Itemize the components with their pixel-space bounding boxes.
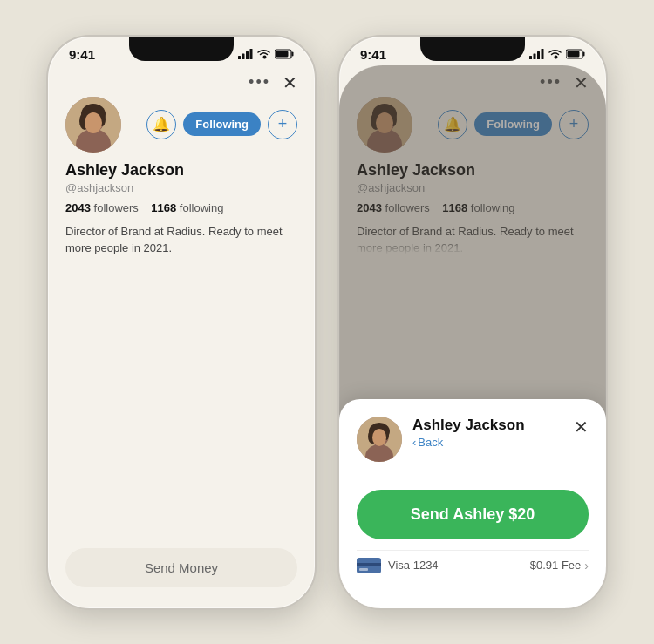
top-controls-left: ••• ✕ [48,65,315,97]
svg-rect-1 [242,54,245,60]
bell-icon-right: 🔔 [444,116,461,132]
card-icon [357,558,381,573]
send-money-button-left[interactable]: Send Money [65,548,297,587]
profile-bio-left: Director of Brand at Radius. Ready to me… [65,223,297,257]
notch-left [129,37,234,61]
profile-area-right: ••• ✕ 🔔 [339,65,606,608]
svg-rect-20 [568,51,580,58]
add-button-left[interactable]: + [268,110,297,139]
chevron-right-icon: › [584,559,589,573]
sheet-close-button[interactable]: ✕ [574,417,589,437]
bell-button-left[interactable]: 🔔 [146,110,176,139]
battery-icon [275,49,294,59]
add-icon-right: + [569,115,579,133]
svg-rect-17 [542,49,544,59]
following-button-right[interactable]: Following [474,112,552,136]
scene: 9:41 [29,17,625,627]
svg-rect-6 [276,51,289,58]
svg-rect-14 [529,56,532,59]
profile-handle-right: @ashjackson [357,181,589,194]
payment-detail-row[interactable]: Visa 1234 $0.91 Fee › [357,550,589,580]
more-options-right[interactable]: ••• [540,73,562,92]
back-button[interactable]: ‹ Back [412,436,574,449]
avatar-left [65,97,121,153]
profile-info-right: Ashley Jackson @ashjackson 2043 follower… [339,161,606,254]
status-icons-left [238,49,294,59]
svg-rect-36 [357,563,381,566]
add-icon-left: + [278,115,288,133]
svg-rect-16 [537,51,540,59]
time-right: 9:41 [360,47,386,62]
sheet-name: Ashley Jackson [412,417,574,434]
status-icons-right [529,49,585,59]
top-controls-right: ••• ✕ [339,65,606,97]
close-button-left[interactable]: ✕ [283,72,297,93]
profile-name-left: Ashley Jackson [65,161,297,180]
bell-icon-left: 🔔 [153,116,170,132]
back-label: Back [418,436,443,449]
profile-stats-left: 2043 followers 1168 following [65,201,297,214]
sheet-avatar-image [357,417,402,462]
wifi-icon [257,49,270,59]
time-left: 9:41 [69,47,95,62]
fee-row: $0.91 Fee › [530,559,589,573]
payment-sheet: Ashley Jackson ‹ Back ✕ Send Ashley $20 [339,399,606,608]
avatar-right [357,97,412,153]
battery-icon-right [566,49,585,59]
notch-right [420,37,525,61]
close-button-right[interactable]: ✕ [574,72,589,93]
bell-button-right[interactable]: 🔔 [438,110,467,139]
chevron-left-icon: ‹ [412,436,416,449]
profile-name-right: Ashley Jackson [357,161,589,180]
more-options-left[interactable]: ••• [249,73,270,92]
following-count-left: 1168 [151,201,176,214]
action-buttons-left: 🔔 Following + [146,110,297,139]
avatar-row-left: 🔔 Following + [48,97,315,161]
svg-rect-2 [246,51,249,59]
svg-rect-0 [238,56,241,59]
avatar-image-right [357,97,412,153]
profile-bio-right: Director of Brand at Radius. Ready to me… [357,223,589,254]
signal-icon-right [529,49,544,59]
avatar-row-right: 🔔 Following + [339,97,606,161]
add-button-right[interactable]: + [559,110,589,139]
card-label: Visa 1234 [388,559,439,572]
profile-stats-right: 2043 followers 1168 following [357,201,589,214]
svg-rect-19 [583,52,585,57]
svg-rect-37 [359,568,368,571]
profile-handle-left: @ashjackson [65,181,297,194]
action-buttons-right: 🔔 Following + [438,110,589,139]
avatar-image-left [65,97,121,153]
sheet-avatar [357,417,402,462]
send-ashley-button[interactable]: Send Ashley $20 [357,490,589,539]
sheet-header: Ashley Jackson ‹ Back ✕ [357,417,589,462]
svg-point-34 [372,429,386,446]
card-info: Visa 1234 [357,558,439,573]
following-count-right: 1168 [442,201,467,214]
svg-point-27 [376,112,393,133]
phone-right: 9:41 [337,35,608,610]
svg-rect-15 [534,54,536,60]
wifi-icon-right [548,49,562,59]
sheet-info: Ashley Jackson ‹ Back [402,417,574,449]
followers-count-left: 2043 [65,201,91,214]
profile-info-left: Ashley Jackson @ashjackson 2043 follower… [48,161,315,257]
svg-rect-5 [292,52,294,57]
fee-label: $0.91 Fee [530,559,582,572]
phone-left: 9:41 [46,35,317,610]
svg-point-13 [85,112,102,133]
profile-area-left: ••• ✕ [48,65,315,608]
following-button-left[interactable]: Following [183,112,261,136]
followers-count-right: 2043 [357,201,382,214]
svg-rect-3 [250,49,253,59]
signal-icon [238,49,253,59]
